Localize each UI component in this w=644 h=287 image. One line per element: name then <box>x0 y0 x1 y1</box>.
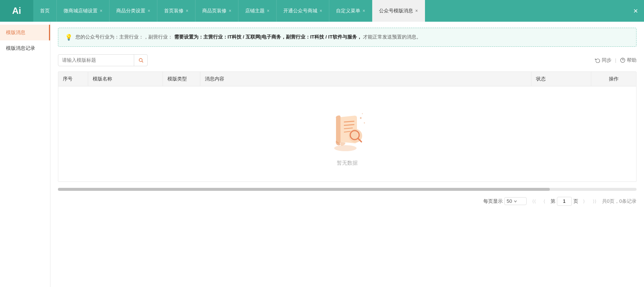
help-button[interactable]: 帮助 <box>620 57 637 64</box>
page-size-dropdown[interactable]: 50 <box>504 197 527 205</box>
info-banner: 💡 您的公众号行业为：主营行业：，副营行业： 需要设置为：主营行业：IT科技 /… <box>58 28 637 47</box>
nav-tabs: 首页微商城店铺设置×商品分类设置×首页装修×商品页装修×店铺主题×开通公众号商城… <box>33 0 627 22</box>
main-content: 💡 您的公众号行业为：主营行业：，副营行业： 需要设置为：主营行业：IT科技 /… <box>50 22 644 287</box>
col-header-seq: 序号 <box>58 72 88 86</box>
search-button[interactable] <box>134 54 147 66</box>
nav-tab-shop-theme[interactable]: 店铺主题× <box>238 0 277 22</box>
svg-text:✦: ✦ <box>363 122 366 124</box>
next-page-button[interactable]: ⟩ <box>580 197 589 206</box>
sidebar-item-template-msg-log[interactable]: 模版消息记录 <box>0 40 50 56</box>
nav-tab-home[interactable]: 首页 <box>33 0 57 22</box>
svg-text:✦: ✦ <box>359 116 362 120</box>
info-banner-text: 您的公众号行业为：主营行业：，副营行业： 需要设置为：主营行业：IT科技 / 互… <box>76 33 421 41</box>
svg-line-1 <box>142 61 143 62</box>
toolbar-right: 同步 | 帮助 <box>595 57 637 64</box>
top-nav: Ai 首页微商城店铺设置×商品分类设置×首页装修×商品页装修×店铺主题×开通公众… <box>0 0 644 22</box>
toolbar-divider: | <box>615 57 616 63</box>
close-tab-shop-theme-button[interactable]: × <box>267 8 269 13</box>
nav-tab-micro-shop[interactable]: 微商城店铺设置× <box>57 0 110 22</box>
svg-text:✦: ✦ <box>361 113 363 115</box>
col-header-name: 模版名称 <box>88 72 163 86</box>
search-input-wrap[interactable] <box>58 54 148 66</box>
col-header-type: 模版类型 <box>163 72 200 86</box>
close-tab-custom-menu-button[interactable]: × <box>363 8 365 13</box>
page-suffix-label: 页 <box>573 198 578 205</box>
table-header: 序号 模版名称 模版类型 消息内容 状态 操作 <box>58 72 636 86</box>
search-row: 同步 | 帮助 <box>58 54 637 66</box>
empty-state: ✦ ✦ ✦ 暂无数据 <box>58 86 636 181</box>
sidebar: 模版消息模版消息记录 <box>0 22 50 287</box>
page-size-label: 每页显示 <box>483 198 503 205</box>
sidebar-item-template-msg[interactable]: 模版消息 <box>0 25 50 40</box>
close-tab-product-category-button[interactable]: × <box>148 8 150 13</box>
sync-button[interactable]: 同步 <box>595 57 611 64</box>
search-input[interactable] <box>58 57 134 63</box>
table-scrollbar[interactable] <box>58 188 637 191</box>
nav-tab-custom-menu[interactable]: 自定义菜单× <box>329 0 372 22</box>
scrollbar-thumb <box>58 188 550 191</box>
nav-tab-open-mall[interactable]: 开通公众号商城× <box>277 0 329 22</box>
total-records-text: 共0页，0条记录 <box>602 198 637 205</box>
svg-point-4 <box>334 145 357 151</box>
main-layout: 模版消息模版消息记录 💡 您的公众号行业为：主营行业：，副营行业： 需要设置为：… <box>0 22 644 287</box>
col-header-content: 消息内容 <box>200 72 531 86</box>
empty-illustration: ✦ ✦ ✦ <box>325 109 370 154</box>
pagination: 每页显示 50 ⟨⟨ ⟨ 第 页 ⟩ ⟩⟩ 共0页，0条记录 <box>58 197 637 206</box>
page-size-selector: 每页显示 50 <box>483 197 527 205</box>
app-logo: Ai <box>0 0 33 22</box>
lightbulb-icon: 💡 <box>65 34 73 41</box>
close-tab-open-mall-button[interactable]: × <box>320 8 322 13</box>
svg-point-0 <box>139 58 142 61</box>
data-table: 序号 模版名称 模版类型 消息内容 状态 操作 <box>58 71 637 182</box>
close-tab-micro-shop-button[interactable]: × <box>100 8 102 13</box>
nav-tab-home-decor[interactable]: 首页装修× <box>157 0 195 22</box>
close-tab-template-msg-button[interactable]: × <box>415 8 418 13</box>
first-page-button[interactable]: ⟨⟨ <box>530 197 539 206</box>
page-number-input[interactable] <box>557 197 572 206</box>
empty-text: 暂无数据 <box>337 160 358 167</box>
nav-tab-product-category[interactable]: 商品分类设置× <box>110 0 157 22</box>
close-tab-home-decor-button[interactable]: × <box>186 8 188 13</box>
close-tab-product-page-button[interactable]: × <box>229 8 231 13</box>
nav-tab-template-msg[interactable]: 公众号模版消息× <box>372 0 425 22</box>
page-navigation: ⟨⟨ ⟨ 第 页 ⟩ ⟩⟩ <box>530 197 599 206</box>
page-prefix-label: 第 <box>551 198 555 205</box>
last-page-button[interactable]: ⟩⟩ <box>590 197 599 206</box>
col-header-action: 操作 <box>591 72 636 86</box>
prev-page-button[interactable]: ⟨ <box>540 197 549 206</box>
nav-tab-product-page[interactable]: 商品页装修× <box>195 0 238 22</box>
close-all-tabs-button[interactable]: ✕ <box>627 0 644 22</box>
col-header-status: 状态 <box>531 72 591 86</box>
